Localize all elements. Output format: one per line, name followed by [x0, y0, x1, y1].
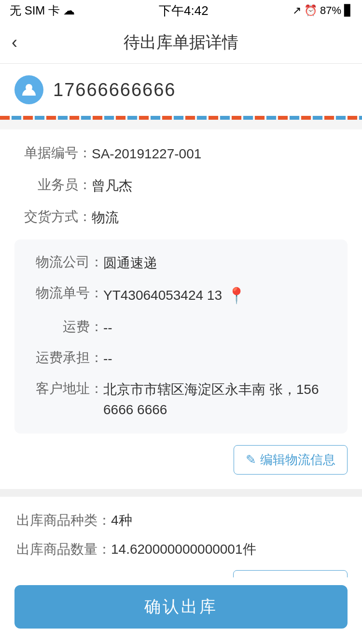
logistics-tracking-label: 物流单号：	[26, 284, 103, 302]
goods-type-value: 4种	[111, 511, 348, 530]
freight-value: --	[103, 318, 336, 338]
logistics-box: 物流公司： 圆通速递 物流单号： YT43064053424 13 📍 运费： …	[14, 239, 348, 434]
status-bar: 无 SIM 卡 ☁ 下午4:42 ↗ ⏰ 87% ▊	[0, 0, 362, 21]
back-button[interactable]: ‹	[12, 32, 17, 53]
order-id-value: SA-20191227-001	[92, 144, 348, 164]
nav-bar: ‹ 待出库单据详情	[0, 21, 362, 64]
goods-quantity-label: 出库商品数量：	[14, 540, 111, 559]
delivery-row: 交货方式： 物流	[14, 208, 348, 228]
goods-quantity-value: 14.620000000000001件	[111, 540, 348, 559]
edit-logistics-button[interactable]: ✎ 编辑物流信息	[234, 445, 348, 475]
freight-bear-row: 运费承担： --	[26, 349, 336, 369]
freight-bear-label: 运费承担：	[26, 349, 103, 367]
staff-row: 业务员： 曾凡杰	[14, 176, 348, 196]
logistics-company-value: 圆通速递	[103, 253, 336, 273]
dashed-divider	[0, 116, 362, 120]
edit-icon: ✎	[246, 452, 256, 467]
customer-header: 17666666666	[0, 64, 362, 116]
logistics-tracking-row: 物流单号： YT43064053424 13 📍	[26, 284, 336, 307]
freight-row: 运费： --	[26, 318, 336, 338]
confirm-btn-wrapper: 确认出库	[0, 577, 362, 644]
tracking-location-icon[interactable]: 📍	[227, 284, 246, 307]
status-right: ↗ ⏰ 87% ▊	[292, 4, 352, 17]
page-title: 待出库单据详情	[124, 31, 238, 54]
status-time: 下午4:42	[159, 2, 209, 19]
goods-quantity-row: 出库商品数量： 14.620000000000001件	[14, 540, 348, 559]
confirm-outbound-button[interactable]: 确认出库	[14, 585, 348, 629]
battery-icon: ▊	[344, 4, 352, 17]
status-left: 无 SIM 卡 ☁	[10, 3, 75, 18]
goods-type-row: 出库商品种类： 4种	[14, 511, 348, 530]
staff-label: 业务员：	[14, 176, 92, 194]
location-indicator: ↗	[292, 4, 301, 17]
edit-btn-label: 编辑物流信息	[260, 451, 335, 468]
sim-status: 无 SIM 卡 ☁	[10, 3, 75, 18]
logistics-company-label: 物流公司：	[26, 253, 103, 271]
order-id-row: 单据编号： SA-20191227-001	[14, 144, 348, 164]
order-info-section: 单据编号： SA-20191227-001 业务员： 曾凡杰 交货方式： 物流 …	[0, 129, 362, 489]
address-row: 客户地址： 北京市市辖区海淀区永丰南 张，156 6666 6666	[26, 379, 336, 420]
freight-label: 运费：	[26, 318, 103, 336]
battery-level: 87%	[320, 4, 341, 17]
goods-type-label: 出库商品种类：	[14, 511, 111, 530]
logistics-company-row: 物流公司： 圆通速递	[26, 253, 336, 273]
avatar	[14, 75, 43, 104]
staff-value: 曾凡杰	[92, 176, 348, 196]
edit-btn-row: ✎ 编辑物流信息	[14, 445, 348, 475]
address-label: 客户地址：	[26, 379, 103, 398]
section-divider	[0, 489, 362, 497]
address-value: 北京市市辖区海淀区永丰南 张，156 6666 6666	[103, 379, 336, 420]
order-id-label: 单据编号：	[14, 144, 92, 162]
logistics-tracking-value: YT43064053424 13 📍	[103, 284, 336, 307]
alarm-icon: ⏰	[304, 4, 317, 17]
customer-phone: 17666666666	[53, 80, 176, 100]
delivery-label: 交货方式：	[14, 208, 92, 226]
freight-bear-value: --	[103, 349, 336, 369]
delivery-value: 物流	[92, 208, 348, 228]
